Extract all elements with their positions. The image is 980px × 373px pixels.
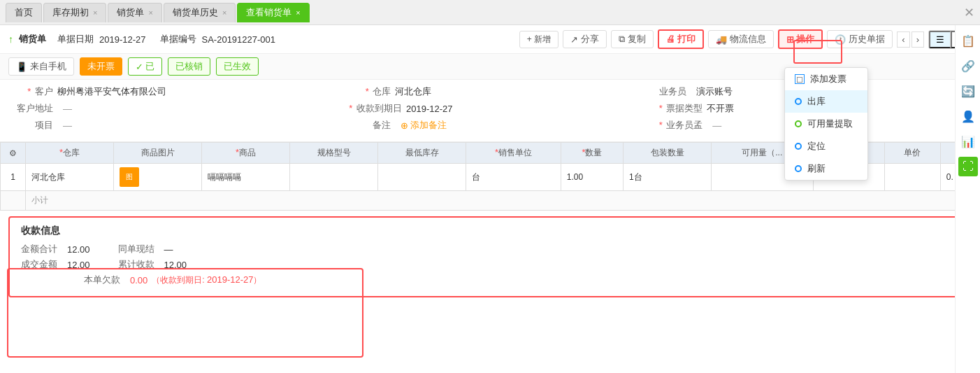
toolbar: ↑ 销货单 单据日期 2019-12-27 单据编号 SA-20191227-0…	[0, 25, 980, 54]
toolbar-actions: + 新增 ↗ 分享 ⧉ 复制 🖨 打印 🚚 物流信息 ⊞ 操作 �	[519, 29, 972, 49]
confirm-d: 已	[145, 60, 154, 73]
payment-date-label: * 收款到期日	[349, 102, 402, 115]
row-qty: 1.00	[561, 164, 623, 191]
tab-home[interactable]: 首页	[6, 3, 42, 22]
subtotal-row: 小计	[1, 191, 980, 211]
doc-no-label: 单据编号	[160, 33, 196, 45]
operation-button[interactable]: ⊞ 操作	[778, 29, 823, 49]
canceled-label: 已核销	[175, 61, 203, 71]
tab-view-sales-close[interactable]: ×	[296, 8, 300, 17]
share-icon: ↗	[570, 34, 578, 45]
share-label: 分享	[581, 33, 599, 45]
history-button[interactable]: 🕐 历史单据	[827, 30, 893, 48]
row-img: 图	[114, 164, 202, 191]
nav-arrows: ‹ ›	[897, 31, 924, 48]
tab-sales-close[interactable]: ×	[148, 8, 152, 17]
locate-icon	[795, 141, 802, 152]
dropdown-locate[interactable]: 定位	[785, 135, 867, 157]
employee2-value: —	[712, 120, 721, 131]
logistics-button[interactable]: 🚚 物流信息	[708, 30, 774, 48]
confirm-button[interactable]: ✓ 已	[128, 57, 162, 76]
tab-home-label: 首页	[15, 6, 33, 19]
employee-value: 演示账号	[696, 85, 780, 98]
payment-due-note: （收款到期日: 2019-12-27）	[152, 274, 261, 286]
address-label: 客户地址	[11, 102, 53, 115]
view-list-button[interactable]: ☰	[929, 31, 951, 48]
add-invoice-icon: □	[795, 74, 805, 85]
confirm-check-icon: ✓	[136, 62, 143, 72]
window-close-icon[interactable]: ✕	[964, 5, 974, 20]
next-button[interactable]: ›	[911, 31, 924, 48]
payment-deal-value: 12.00	[67, 260, 90, 270]
right-sidebar: 📋 🔗 🔄 👤 📊 ⛶	[955, 25, 980, 373]
sidebar-icon-1[interactable]: 📋	[958, 31, 978, 50]
row-price	[885, 164, 940, 191]
copy-button[interactable]: ⧉ 复制	[611, 30, 654, 48]
dropdown-outbound[interactable]: 出库	[785, 90, 867, 113]
col-pack-qty: 包装数量	[624, 143, 712, 164]
operation-label: 操作	[796, 33, 814, 45]
payment-total-field: 金额合计 12.00	[21, 243, 90, 255]
history-icon: 🕐	[835, 34, 846, 45]
sidebar-icon-4[interactable]: 👤	[958, 106, 978, 126]
print-icon: 🖨	[666, 34, 675, 44]
warehouse-label: * 仓库	[349, 85, 391, 98]
doc-date-label: 单据日期	[57, 33, 94, 45]
from-mobile-button[interactable]: 📱 来自手机	[8, 57, 74, 76]
col-settings[interactable]: ⚙	[1, 143, 26, 164]
new-button[interactable]: + 新增	[519, 31, 559, 48]
row-spec	[290, 164, 378, 191]
tab-sales-history-label: 销货单历史	[173, 6, 218, 19]
tab-inventory-close[interactable]: ×	[93, 8, 97, 17]
payment-total-label: 金额合计	[21, 243, 63, 255]
tab-sales-history-close[interactable]: ×	[222, 8, 226, 17]
project-label: 项目	[11, 119, 53, 132]
prev-button[interactable]: ‹	[897, 31, 909, 48]
subtotal-text: 小计	[26, 191, 980, 211]
row-product: 嗝嗝嗝嗝	[202, 164, 290, 191]
refresh-label: 刷新	[807, 162, 826, 175]
add-note-button[interactable]: ⊕ 添加备注	[401, 119, 447, 132]
col-price: 单价	[885, 143, 940, 164]
copy-icon: ⧉	[619, 34, 625, 45]
locate-label: 定位	[807, 140, 826, 153]
tab-sales-history[interactable]: 销货单历史 ×	[164, 3, 236, 22]
add-invoice-label: 添加发票	[810, 73, 846, 85]
sidebar-icon-3[interactable]: 🔄	[958, 81, 978, 101]
payment-due-date: 2019-12-27	[207, 274, 254, 285]
customer-required: *	[27, 86, 31, 97]
sidebar-icon-5[interactable]: 📊	[958, 132, 978, 151]
logistics-icon: 🚚	[716, 34, 727, 45]
tab-view-sales[interactable]: 查看销货单 ×	[237, 3, 309, 22]
effected-button[interactable]: 已生效	[216, 57, 259, 76]
effected-label: 已生效	[224, 61, 251, 71]
dropdown-refresh[interactable]: 刷新	[785, 157, 867, 180]
not-opened-button[interactable]: 未开票	[80, 57, 122, 76]
sidebar-icon-2[interactable]: 🔗	[958, 56, 978, 76]
note-label: 备注	[349, 119, 391, 132]
payment-row-2: 成交金额 12.00 累计收款 12.00	[21, 258, 959, 271]
product-image: 图	[120, 167, 139, 187]
logistics-label: 物流信息	[730, 33, 766, 45]
col-required-star: *仓库	[26, 143, 114, 164]
share-button[interactable]: ↗ 分享	[563, 30, 607, 48]
canceled-button[interactable]: 已核销	[168, 57, 210, 76]
payment-deal-label: 成交金额	[21, 258, 63, 271]
tab-bar: 首页 库存期初 × 销货单 × 销货单历史 × 查看销货单 × ✕	[0, 0, 980, 25]
col-unit: *销售单位	[466, 143, 561, 164]
history-label: 历史单据	[849, 33, 885, 45]
available-qty-label: 可用量提取	[807, 118, 853, 130]
dropdown-add-invoice[interactable]: □ 添加发票	[785, 68, 867, 90]
payment-cumulative-field: 累计收款 12.00	[118, 258, 187, 271]
payment-row-3: 本单欠款 0.00 （收款到期日: 2019-12-27）	[21, 274, 959, 286]
tab-sales[interactable]: 销货单 ×	[108, 3, 161, 22]
payment-deal-field: 成交金额 12.00	[21, 258, 90, 271]
dropdown-available-qty[interactable]: 可用量提取	[785, 113, 867, 135]
print-button[interactable]: 🖨 打印	[658, 29, 704, 49]
dropdown-menu: □ 添加发票 出库 可用量提取 定位 刷新	[784, 67, 868, 181]
project-value: —	[63, 120, 72, 131]
copy-label: 复制	[628, 33, 646, 45]
tab-inventory[interactable]: 库存期初 ×	[43, 3, 106, 22]
sidebar-icon-expand[interactable]: ⛶	[958, 157, 978, 176]
payment-owed-field: 本单欠款 0.00 （收款到期日: 2019-12-27）	[84, 274, 261, 286]
